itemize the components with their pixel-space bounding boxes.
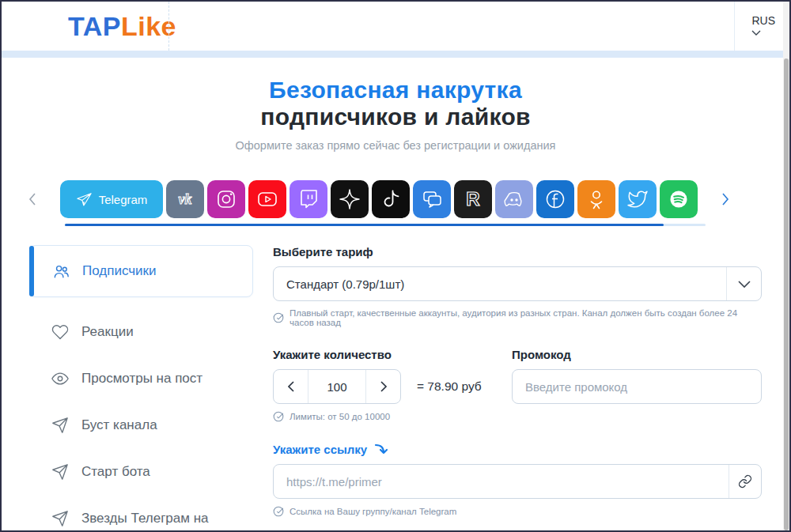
curved-arrow-down-icon: [374, 443, 389, 456]
social-instagram[interactable]: [207, 180, 245, 218]
check-circle-icon: [273, 506, 284, 517]
chevron-down-icon: [751, 30, 775, 36]
link-paste-button[interactable]: [729, 465, 761, 498]
hero: Безопасная накрутка подписчиков и лайков…: [2, 58, 789, 152]
check-circle-icon: [273, 312, 284, 323]
dzen-icon[interactable]: [331, 180, 369, 218]
paper-plane-icon: [51, 462, 70, 481]
social-telegram-label: Telegram: [99, 193, 148, 206]
tariff-label: Выберите тариф: [273, 245, 762, 258]
paper-plane-icon: [51, 509, 70, 528]
quantity-section: Укажите количество = 78.90 руб: [273, 348, 512, 422]
logo[interactable]: TAPLike: [68, 11, 176, 42]
quantity-limits-note: Лимиты: от 50 до 10000: [273, 411, 512, 422]
rutube-icon[interactable]: R: [454, 180, 492, 218]
odnoklassniki-icon[interactable]: [577, 180, 615, 218]
sidebar-item-post-views[interactable]: Просмотры на пост: [29, 355, 253, 402]
quantity-stepper: [273, 369, 401, 404]
quantity-increase-button[interactable]: [365, 370, 400, 403]
social-vk[interactable]: vk: [166, 180, 204, 218]
twitch-icon[interactable]: [290, 180, 327, 218]
tariff-selected-value: Стандарт (0.79р/1шт): [274, 267, 726, 300]
page-title-line1: Безопасная накрутка: [2, 77, 789, 104]
telegram-icon: [76, 192, 93, 207]
chain-link-icon: [738, 474, 752, 489]
scrollbar-thumb[interactable]: [784, 58, 789, 530]
tariff-select[interactable]: Стандарт (0.79р/1шт): [273, 266, 762, 301]
promo-input[interactable]: [513, 370, 761, 403]
tariff-note-text: Плавный старт, качественные аккаунты, ау…: [290, 308, 762, 327]
quantity-input[interactable]: [308, 370, 365, 403]
sidebar-item-label: Подписчики: [82, 263, 157, 279]
eye-icon: [51, 369, 70, 388]
sidebar-item-label: Буст канала: [81, 417, 157, 433]
link-label: Укажите ссылку: [273, 443, 367, 456]
tiktok-icon[interactable]: [372, 180, 410, 218]
link-note: Ссылка на Вашу группу/канал Telegram: [273, 506, 762, 517]
quantity-label: Укажите количество: [273, 348, 512, 361]
svg-text:vk: vk: [179, 191, 192, 207]
paper-plane-icon: [51, 416, 70, 435]
sidebar-item-channel-boost[interactable]: Буст канала: [29, 402, 253, 448]
header-accent-band: [2, 51, 789, 58]
link-label-row: Укажите ссылку: [273, 443, 762, 456]
instagram-icon: [207, 180, 245, 218]
carousel-prev-button[interactable]: [24, 191, 41, 208]
sidebar-item-label: Старт бота: [81, 464, 150, 480]
chat-icon[interactable]: [413, 180, 451, 218]
link-note-text: Ссылка на Вашу группу/канал Telegram: [290, 507, 456, 516]
page: TAPLike RUS Безопасная накрутка подписчи…: [0, 0, 791, 532]
facebook-icon[interactable]: [536, 180, 574, 218]
link-field-box: [273, 464, 762, 499]
page-scrollbar[interactable]: [783, 2, 789, 530]
social-carousel: Telegram vk: [24, 180, 767, 218]
chevron-down-icon: [738, 281, 751, 288]
header-divider-left: [168, 2, 169, 51]
language-label: RUS: [751, 14, 775, 27]
vk-icon: vk: [166, 180, 204, 218]
svg-text:R: R: [466, 188, 479, 209]
sidebar-item-label: Просмотры на пост: [81, 371, 202, 387]
sidebar-item-label: Звезды Телеграм на: [81, 511, 209, 526]
sidebar: Подписчики Реакции Просмотры на пост Бус…: [29, 245, 253, 532]
promo-field-box: [512, 369, 762, 404]
link-section: Укажите ссылку: [273, 443, 762, 517]
price-value: = 78.90 руб: [417, 379, 482, 394]
sidebar-item-bot-start[interactable]: Старт бота: [29, 448, 253, 495]
youtube-icon: [248, 180, 286, 218]
page-subtitle: Оформите заказ прямо сейчас без регистра…: [2, 139, 789, 152]
order-form: Выберите тариф Стандарт (0.79р/1шт) Плав…: [273, 245, 762, 532]
tariff-note: Плавный старт, качественные аккаунты, ау…: [273, 308, 762, 327]
social-telegram[interactable]: Telegram: [60, 180, 163, 218]
promo-section: Промокод: [512, 348, 762, 422]
sidebar-item-subscribers[interactable]: Подписчики: [29, 245, 253, 297]
twitter-icon[interactable]: [619, 180, 657, 218]
header: TAPLike RUS: [2, 2, 789, 51]
heart-icon: [51, 323, 70, 341]
language-selector[interactable]: RUS: [751, 14, 775, 36]
discord-icon[interactable]: [495, 180, 533, 218]
check-circle-icon: [273, 411, 284, 422]
users-icon: [51, 262, 70, 281]
quantity-limits-text: Лимиты: от 50 до 10000: [290, 412, 390, 421]
social-youtube[interactable]: [248, 180, 286, 218]
logo-primary: TAP: [68, 11, 121, 41]
page-title-line2: подписчиков и лайков: [2, 104, 789, 130]
tariff-select-arrow[interactable]: [726, 267, 761, 300]
spotify-icon[interactable]: [660, 180, 698, 218]
sidebar-item-label: Реакции: [81, 324, 134, 340]
promo-label: Промокод: [512, 348, 762, 361]
sidebar-item-reactions[interactable]: Реакции: [29, 308, 253, 355]
carousel-next-button[interactable]: [717, 191, 734, 208]
sidebar-item-telegram-stars[interactable]: Звезды Телеграм на: [29, 495, 253, 532]
link-input[interactable]: [274, 465, 729, 498]
header-divider-right: [734, 2, 735, 51]
quantity-decrease-button[interactable]: [274, 370, 308, 403]
main-content: Подписчики Реакции Просмотры на пост Бус…: [2, 226, 789, 532]
